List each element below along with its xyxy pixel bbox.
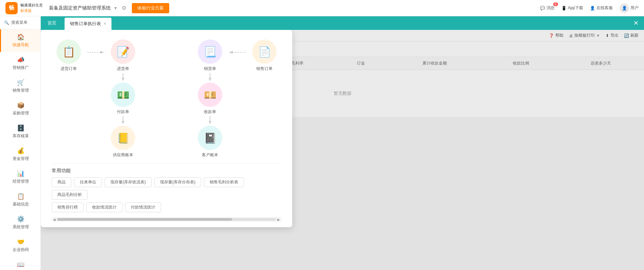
scroll-right-arrow[interactable]: ▶ [277, 218, 280, 221]
inventory-icon: 🗄️ [17, 124, 24, 132]
svg-marker-9 [122, 121, 124, 124]
flow-node-supplier-ledger[interactable]: 📒 供应商账本 [106, 126, 140, 158]
common-functions-title: 常用功能 [52, 168, 281, 174]
sidebar-item-purchase-mgmt[interactable]: 📦 采购管理 [0, 97, 40, 120]
sidebar-item-marketing[interactable]: 📣 营销推广 [0, 52, 40, 75]
basic-icon: 📋 [17, 193, 24, 200]
purchase-receipt-circle: 📝 [111, 39, 135, 64]
scroll-thumb[interactable] [57, 218, 232, 221]
tab-close-button[interactable]: × [104, 21, 106, 26]
flow-third-arrows [52, 115, 281, 126]
flow-node-sales-receipt[interactable]: 📃 销货单 [193, 39, 227, 72]
sidebar-item-newbie[interactable]: 📖 新手引导 [0, 257, 40, 270]
flow-third-row: 📒 供应商账本 📓 客户账本 [52, 126, 281, 158]
basic-label: 基础信息 [13, 201, 29, 207]
sidebar-item-inventory[interactable]: 🗄️ 库存核算 [0, 120, 40, 143]
func-btn-payment-stat[interactable]: 付款情况统计 [125, 202, 161, 212]
flow-node-purchase-receipt[interactable]: 📝 进货单 [106, 39, 140, 72]
tab-active[interactable]: 销售订单执行表 × [65, 18, 111, 30]
marketing-icon: 📣 [17, 56, 24, 64]
svg-marker-3 [229, 51, 233, 54]
sidebar-item-sys-mgmt[interactable]: ⚙️ 系统管理 [0, 211, 40, 234]
flow-node-customer-ledger[interactable]: 📓 客户账本 [193, 126, 227, 158]
sales-order-label: 销售订单 [256, 66, 273, 72]
active-tab-label: 销售订单执行表 [70, 21, 101, 27]
user-area[interactable]: 👤 用户 [620, 3, 639, 13]
arrow-h1 [86, 50, 106, 55]
sales-order-circle: 📄 [252, 39, 277, 64]
ops-icon: 📊 [17, 170, 24, 177]
marketing-label: 营销推广 [13, 65, 29, 71]
popup: 📋 进货订单 📝 进货单 [41, 30, 292, 227]
flow-second-row: 💵 付款单 💴 收款单 [52, 83, 281, 115]
func-btn-product[interactable]: 商品 [52, 177, 71, 187]
down-arrow-sales-icon [207, 73, 213, 81]
purchase-order-circle: 📋 [56, 39, 81, 64]
message-label: 消息 [546, 5, 555, 11]
ops-label: 经营管理 [13, 179, 29, 184]
sys-label: 系统管理 [13, 224, 29, 230]
func-btn-counterpart[interactable]: 往来单位 [74, 177, 102, 187]
customer-ledger-label: 客户账本 [202, 152, 218, 158]
logo-icon: 畅 [5, 2, 18, 14]
enterprise-icon: 🤝 [17, 238, 24, 246]
search-menu[interactable]: 🔍 搜索菜单 [0, 16, 40, 29]
flow-node-receipt[interactable]: 💴 收款单 [193, 83, 227, 115]
flow-node-payment[interactable]: 💵 付款单 [106, 83, 140, 115]
flow-node-purchase-order[interactable]: 📋 进货订单 [52, 39, 86, 72]
online-service-button[interactable]: 👤 在线客服 [590, 5, 613, 11]
sales-receipt-label: 销货单 [204, 66, 216, 72]
func-buttons-row2: 销售排行榜 收款情况统计 付款情况统计 [52, 202, 281, 212]
down-arrow-sales [193, 72, 227, 83]
purchase-icon: 📦 [17, 102, 24, 109]
sidebar-item-enterprise[interactable]: 🤝 企业协同 [0, 234, 40, 257]
download-icon: 📱 [561, 6, 567, 11]
sidebar-item-basic-info[interactable]: 📋 基础信息 [0, 188, 40, 211]
sidebar-item-sales-mgmt[interactable]: 🛒 销售管理 [0, 75, 40, 97]
avatar: 👤 [620, 3, 629, 13]
flow-middle-arrows [52, 72, 281, 83]
down-arrow-payment [106, 115, 140, 126]
search-icon: 🔍 [4, 20, 9, 25]
popup-scrollbar[interactable]: ◀ ▶ [52, 217, 281, 222]
tab-bar-close-button[interactable]: ✕ [633, 16, 639, 30]
func-buttons-row1: 商品 往来单位 现存量(库存状况表) 现存量(库存分布表) 销售毛利分析表 商品… [52, 177, 281, 200]
svg-marker-1 [100, 51, 104, 54]
scroll-left-arrow[interactable]: ◀ [53, 218, 56, 221]
sales-receipt-circle: 📃 [198, 39, 222, 64]
system-name: 装备及固定资产辅助管理系统 [49, 5, 111, 11]
message-button[interactable]: 💬 6 消息 [540, 5, 555, 11]
quick-nav-icon: 🏠 [17, 33, 24, 41]
header: 畅 畅康通好生意 标准版 装备及固定资产辅助管理系统 ▼ ⚙ 体验行业方案 💬 … [0, 0, 644, 16]
flow-top-row: 📋 进货订单 📝 进货单 [52, 39, 281, 72]
service-icon: 👤 [590, 6, 595, 11]
trial-button[interactable]: 体验行业方案 [132, 3, 169, 13]
app-download-button[interactable]: 📱 App下载 [561, 5, 583, 11]
supplier-ledger-circle: 📒 [111, 126, 135, 150]
func-btn-stock-status[interactable]: 现存量(库存状况表) [105, 177, 152, 187]
sidebar-item-finance-mgmt[interactable]: 💰 资金管理 [0, 143, 40, 166]
sales-label: 销售管理 [13, 88, 29, 93]
sys-icon: ⚙️ [17, 215, 24, 223]
purchase-receipt-label: 进货单 [117, 66, 129, 72]
payment-label: 付款单 [117, 109, 129, 115]
svg-marker-11 [209, 121, 211, 124]
payment-circle: 💵 [111, 83, 135, 107]
down-arrow-payment-icon [120, 116, 126, 124]
dropdown-arrow-icon[interactable]: ▼ [114, 6, 118, 11]
func-btn-receipt-stat[interactable]: 收款情况统计 [86, 202, 122, 212]
arrow-h2 [227, 50, 247, 55]
content-area: ❓ 帮助 🖨 按模板打印 ▼ ⬆ 导出 🔄 刷新 [41, 30, 644, 270]
supplier-ledger-label: 供应商账本 [113, 152, 133, 158]
tab-home[interactable]: 首页 [41, 16, 63, 30]
func-btn-stock-dist[interactable]: 现存量(库存分布表) [154, 177, 201, 187]
sidebar-item-quick-nav[interactable]: 🏠 快捷导航 [0, 29, 40, 52]
flow-node-sales-order[interactable]: 📄 销售订单 [247, 39, 281, 72]
settings-icon[interactable]: ⚙ [122, 5, 126, 11]
func-btn-sales-rank[interactable]: 销售排行榜 [52, 202, 84, 212]
func-btn-sales-margin[interactable]: 销售毛利分析表 [204, 177, 244, 187]
logo-area: 畅 畅康通好生意 标准版 [5, 2, 46, 14]
inventory-label: 库存核算 [13, 133, 29, 139]
sidebar-item-ops-mgmt[interactable]: 📊 经营管理 [0, 166, 40, 188]
func-btn-product-margin[interactable]: 商品毛利分析 [52, 190, 88, 200]
